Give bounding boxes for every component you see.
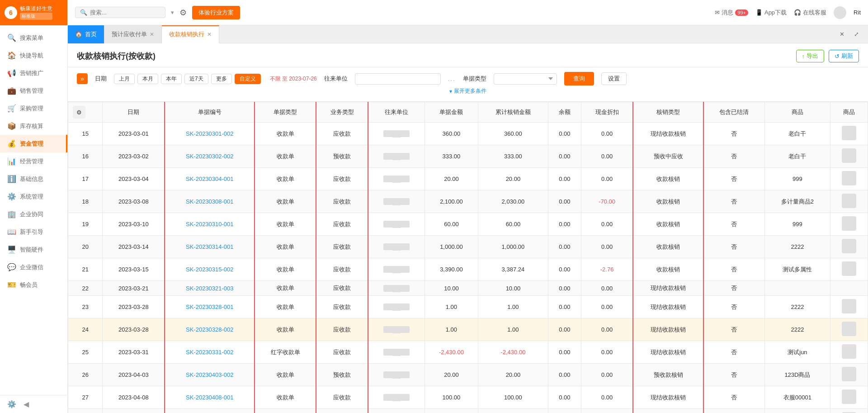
sidebar-item-wechat[interactable]: 💬企业微信 <box>0 258 67 276</box>
single-no-link[interactable]: SK-20230331-002 <box>186 349 234 356</box>
table-row[interactable]: 23 2023-03-28 SK-20230328-001 收款单 应收款 ██… <box>68 296 868 318</box>
single-no-link[interactable]: SK-20230321-003 <box>186 285 234 292</box>
sidebar-item-sales[interactable]: 💼销售管理 <box>0 82 67 100</box>
date-btn-custom[interactable]: 自定义 <box>235 74 261 84</box>
tab-prepay[interactable]: 预计应收付单 ✕ <box>104 25 162 43</box>
table-row[interactable]: 28 2023-04-18 SK-20230418-001 收款单 应收款 ██… <box>68 409 868 413</box>
sidebar-settings-icon[interactable]: ⚙️ <box>7 400 16 408</box>
single-no-link[interactable]: SK-20230328-001 <box>186 304 234 310</box>
cell-date: 2023-03-02 <box>103 145 165 168</box>
single-no-link[interactable]: SK-20230310-001 <box>186 221 234 228</box>
cell-cash-discount: 0.00 <box>581 318 633 341</box>
table-row[interactable]: 21 2023-03-15 SK-20230315-002 收款单 应收款 ██… <box>68 258 868 281</box>
cell-single-type: 收款单 <box>255 296 316 318</box>
solution-button[interactable]: 体验行业方案 <box>192 6 240 19</box>
cell-include-settled: 否 <box>703 213 764 236</box>
search-label: 搜索菜单 <box>20 34 43 42</box>
cell-product2 <box>830 318 868 341</box>
sidebar-item-purchase[interactable]: 🛒采购管理 <box>0 100 67 117</box>
date-btn-7days[interactable]: 近7天 <box>184 74 208 84</box>
cell-biz-type: 预收款 <box>316 145 368 168</box>
app-download-action[interactable]: 📱 App下载 <box>755 9 787 17</box>
single-no-link[interactable]: SK-20230308-001 <box>186 198 234 205</box>
cell-include-settled: 否 <box>703 409 764 413</box>
cell-amount: 1,000.00 <box>425 236 478 258</box>
table-row[interactable]: 24 2023-03-28 SK-20230328-002 收款单 应收款 ██… <box>68 318 868 341</box>
single-no-link[interactable]: SK-20230328-002 <box>186 326 234 333</box>
username[interactable]: Rit <box>854 9 861 16</box>
table-row[interactable]: 20 2023-03-14 SK-20230314-001 收款单 应收款 ██… <box>68 236 868 258</box>
sidebar-item-enterprise[interactable]: 🏢企业协同 <box>0 205 67 223</box>
receipt-type-select[interactable]: 收款单 红字收款单 <box>494 73 557 85</box>
tabbar-close-btn[interactable]: ✕ <box>835 28 848 41</box>
filter-toggle-btn[interactable]: » <box>77 73 88 84</box>
sidebar-item-inventory[interactable]: 📦库存核算 <box>0 117 67 135</box>
online-service-action[interactable]: 🎧 在线客服 <box>794 9 826 17</box>
page-header: 收款核销执行(按收款) ↑ 导出 ↺ 刷新 <box>68 43 868 67</box>
single-no-link[interactable]: SK-20230315-002 <box>186 266 234 273</box>
cell-verify-type: 现结收款核销 <box>633 296 703 318</box>
sidebar-item-system[interactable]: ⚙️系统管理 <box>0 188 67 205</box>
table-row[interactable]: 22 2023-03-21 SK-20230321-003 收款单 应收款 ██… <box>68 281 868 296</box>
search-input[interactable] <box>90 9 153 16</box>
table-row[interactable]: 18 2023-03-08 SK-20230308-001 收款单 应收款 ██… <box>68 190 868 213</box>
tab-verify[interactable]: 收款核销执行 ✕ <box>162 25 219 43</box>
single-no-link[interactable]: SK-20230304-001 <box>186 176 234 182</box>
date-btn-more[interactable]: 更多 <box>211 74 232 84</box>
cell-single-no: SK-20230308-001 <box>165 190 255 213</box>
settings-button[interactable]: 设置 <box>601 72 627 85</box>
cell-amount: 20.00 <box>425 168 478 190</box>
sidebar-item-shortcut[interactable]: 🏠快捷导航 <box>0 47 67 64</box>
sidebar-item-basic[interactable]: ℹ️基础信息 <box>0 170 67 188</box>
sidebar-item-marketing[interactable]: 📢营销推广 <box>0 64 67 82</box>
col-header-cash-discount: 现金折扣 <box>581 102 633 123</box>
tab-verify-close-icon[interactable]: ✕ <box>207 31 212 38</box>
topbar-search-box[interactable]: 🔍 <box>75 7 165 18</box>
table-row[interactable]: 27 2023-04-08 SK-20230408-001 收款单 应收款 ██… <box>68 386 868 409</box>
col-header-settings[interactable]: ⚙ <box>68 102 103 123</box>
main-area: 🔍 ▾ ⚙ 体验行业方案 ✉ 消息 99+ 📱 App下载 🎧 在线客服 Rit <box>68 0 868 413</box>
single-no-link[interactable]: SK-20230302-002 <box>186 153 234 160</box>
cell-product2 <box>830 409 868 413</box>
refresh-button[interactable]: ↺ 刷新 <box>829 50 859 62</box>
single-no-link[interactable]: SK-20230314-001 <box>186 243 234 250</box>
table-row[interactable]: 15 2023-03-01 SK-20230301-002 收款单 应收款 ██… <box>68 123 868 145</box>
sidebar-item-search[interactable]: 🔍搜索菜单 <box>0 29 67 47</box>
cell-num: 28 <box>68 409 103 413</box>
message-action[interactable]: ✉ 消息 99+ <box>715 9 748 17</box>
table-row[interactable]: 25 2023-03-31 SK-20230331-002 红字收款单 应收款 … <box>68 341 868 364</box>
cell-date: 2023-03-14 <box>103 236 165 258</box>
table-row[interactable]: 16 2023-03-02 SK-20230302-002 收款单 预收款 ██… <box>68 145 868 168</box>
user-avatar[interactable] <box>834 6 846 19</box>
tabbar-expand-btn[interactable]: ⤢ <box>850 28 863 41</box>
table-row[interactable]: 19 2023-03-10 SK-20230310-001 收款单 应收款 ██… <box>68 213 868 236</box>
table-row[interactable]: 17 2023-03-04 SK-20230304-001 收款单 应收款 ██… <box>68 168 868 190</box>
tab-prepay-label: 预计应收付单 <box>112 30 147 38</box>
cell-date: 2023-03-15 <box>103 258 165 281</box>
sidebar-item-operations[interactable]: 📊经营管理 <box>0 152 67 170</box>
tab-home[interactable]: 🏠 首页 <box>68 25 104 43</box>
table-row[interactable]: 26 2023-04-03 SK-20230403-002 收款单 预收款 ██… <box>68 364 868 386</box>
sidebar-item-finance[interactable]: 💰资金管理 <box>0 135 67 152</box>
single-no-link[interactable]: SK-20230301-002 <box>186 130 234 137</box>
topbar-dropdown-icon[interactable]: ▾ <box>171 9 174 16</box>
date-btn-this-year[interactable]: 本年 <box>161 74 182 84</box>
counterpart-input[interactable] <box>355 73 441 85</box>
cell-cumulative: 100.00 <box>478 409 548 413</box>
tab-prepay-close-icon[interactable]: ✕ <box>150 31 154 38</box>
single-no-link[interactable]: SK-20230408-001 <box>186 394 234 401</box>
operations-icon: 📊 <box>7 157 16 166</box>
sidebar-item-guide[interactable]: 📖新手引导 <box>0 223 67 241</box>
table-body: 15 2023-03-01 SK-20230301-002 收款单 应收款 ██… <box>68 123 868 413</box>
single-no-link[interactable]: SK-20230403-002 <box>186 371 234 378</box>
sidebar-item-hardware[interactable]: 🖥️智能硬件 <box>0 241 67 258</box>
date-btn-last-month[interactable]: 上月 <box>114 74 135 84</box>
date-btn-this-month[interactable]: 本月 <box>137 74 158 84</box>
expand-conditions-btn[interactable]: ▾ 展开更多条件 <box>449 87 486 95</box>
export-button[interactable]: ↑ 导出 <box>796 50 825 62</box>
query-button[interactable]: 查询 <box>564 72 594 85</box>
topbar-gear-icon[interactable]: ⚙ <box>179 8 187 18</box>
sidebar-item-member[interactable]: 🎫畅会员 <box>0 276 67 294</box>
sidebar-collapse-icon[interactable]: ◀ <box>24 400 29 408</box>
purchase-label: 采购管理 <box>20 104 43 113</box>
